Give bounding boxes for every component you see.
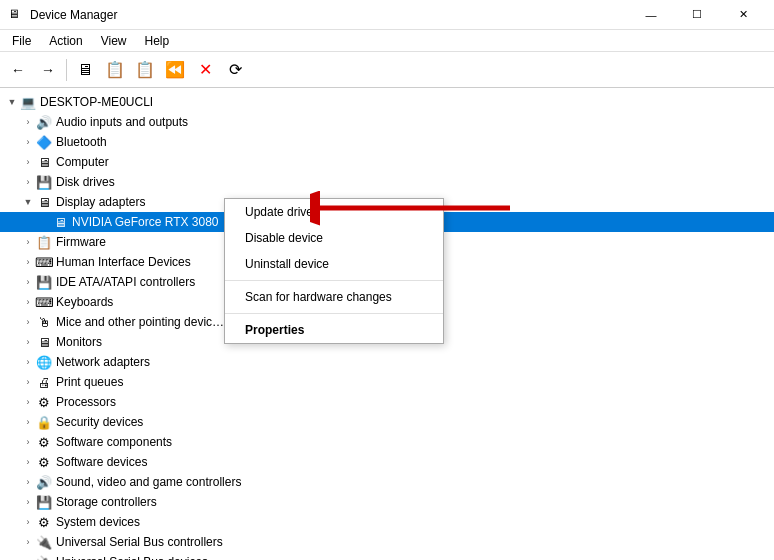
tree-item-sound[interactable]: › 🔊 Sound, video and game controllers — [0, 472, 774, 492]
label-ide: IDE ATA/ATAPI controllers — [56, 275, 195, 289]
expand-audio[interactable]: › — [20, 114, 36, 130]
expand-softdev[interactable]: › — [20, 454, 36, 470]
title-bar-left: 🖥 Device Manager — [8, 7, 117, 23]
icon-sound: 🔊 — [36, 474, 52, 490]
toolbar-back[interactable]: ← — [4, 56, 32, 84]
close-button[interactable]: ✕ — [720, 0, 766, 30]
toolbar-properties[interactable]: 📋 — [101, 56, 129, 84]
tree-item-storage[interactable]: › 💾 Storage controllers — [0, 492, 774, 512]
tree-item-disk[interactable]: › 💾 Disk drives — [0, 172, 774, 192]
label-storage: Storage controllers — [56, 495, 157, 509]
tree-item-usb1[interactable]: › 🔌 Universal Serial Bus controllers — [0, 532, 774, 552]
expand-processors[interactable]: › — [20, 394, 36, 410]
icon-hid: ⌨ — [36, 254, 52, 270]
icon-computer: 💻 — [20, 94, 36, 110]
ctx-disable-device[interactable]: Disable device — [225, 225, 443, 251]
icon-bluetooth: 🔷 — [36, 134, 52, 150]
icon-nvidia: 🖥 — [52, 214, 68, 230]
label-firmware: Firmware — [56, 235, 106, 249]
ctx-sep-2 — [225, 313, 443, 314]
icon-keyboards: ⌨ — [36, 294, 52, 310]
main-content: ▼ 💻 DESKTOP-ME0UCLI › 🔊 Audio inputs and… — [0, 88, 774, 560]
tree-item-usb2[interactable]: › 🔌 Universal Serial Bus devices — [0, 552, 774, 560]
label-processors: Processors — [56, 395, 116, 409]
icon-firmware: 📋 — [36, 234, 52, 250]
expand-disk[interactable]: › — [20, 174, 36, 190]
toolbar-scan[interactable]: ⟳ — [221, 56, 249, 84]
icon-display: 🖥 — [36, 194, 52, 210]
expand-softcomp[interactable]: › — [20, 434, 36, 450]
label-hid: Human Interface Devices — [56, 255, 191, 269]
icon-ide: 💾 — [36, 274, 52, 290]
toolbar-computer[interactable]: 🖥 — [71, 56, 99, 84]
expand-security[interactable]: › — [20, 414, 36, 430]
expand-sound[interactable]: › — [20, 474, 36, 490]
label-computer: Computer — [56, 155, 109, 169]
expand-print[interactable]: › — [20, 374, 36, 390]
toolbar-update[interactable]: 📋 — [131, 56, 159, 84]
app-icon: 🖥 — [8, 7, 24, 23]
icon-mice: 🖱 — [36, 314, 52, 330]
icon-storage: 💾 — [36, 494, 52, 510]
minimize-button[interactable]: — — [628, 0, 674, 30]
toolbar-forward[interactable]: → — [34, 56, 62, 84]
menu-view[interactable]: View — [93, 32, 135, 50]
ctx-uninstall-device[interactable]: Uninstall device — [225, 251, 443, 277]
tree-item-bluetooth[interactable]: › 🔷 Bluetooth — [0, 132, 774, 152]
icon-usb2: 🔌 — [36, 554, 52, 560]
tree-item-softdev[interactable]: › ⚙ Software devices — [0, 452, 774, 472]
expand-display[interactable]: ▼ — [20, 194, 36, 210]
label-audio: Audio inputs and outputs — [56, 115, 188, 129]
maximize-button[interactable]: ☐ — [674, 0, 720, 30]
label-sound: Sound, video and game controllers — [56, 475, 241, 489]
ctx-properties[interactable]: Properties — [225, 317, 443, 343]
toolbar-rollback[interactable]: ⏪ — [161, 56, 189, 84]
tree-item-network[interactable]: › 🌐 Network adapters — [0, 352, 774, 372]
expand-nvidia — [36, 214, 52, 230]
tree-item-computer[interactable]: › 🖥 Computer — [0, 152, 774, 172]
expand-usb2[interactable]: › — [20, 554, 36, 560]
label-nvidia: NVIDIA GeForce RTX 3080 — [72, 215, 219, 229]
label-mice: Mice and other pointing devic… — [56, 315, 224, 329]
ctx-update-driver[interactable]: Update driver — [225, 199, 443, 225]
icon-computer2: 🖥 — [36, 154, 52, 170]
expand-storage[interactable]: › — [20, 494, 36, 510]
tree-item-processors[interactable]: › ⚙ Processors — [0, 392, 774, 412]
label-display: Display adapters — [56, 195, 145, 209]
expand-usb1[interactable]: › — [20, 534, 36, 550]
tree-item-security[interactable]: › 🔒 Security devices — [0, 412, 774, 432]
menu-help[interactable]: Help — [137, 32, 178, 50]
icon-network: 🌐 — [36, 354, 52, 370]
label-softcomp: Software components — [56, 435, 172, 449]
label-disk: Disk drives — [56, 175, 115, 189]
tree-item-sysdev[interactable]: › ⚙ System devices — [0, 512, 774, 532]
menu-bar: File Action View Help — [0, 30, 774, 52]
icon-processors: ⚙ — [36, 394, 52, 410]
expand-bluetooth[interactable]: › — [20, 134, 36, 150]
label-network: Network adapters — [56, 355, 150, 369]
expand-mice[interactable]: › — [20, 314, 36, 330]
toolbar-uninstall[interactable]: ✕ — [191, 56, 219, 84]
expand-ide[interactable]: › — [20, 274, 36, 290]
ctx-scan-hardware[interactable]: Scan for hardware changes — [225, 284, 443, 310]
label-monitors: Monitors — [56, 335, 102, 349]
expand-root[interactable]: ▼ — [4, 94, 20, 110]
label-keyboards: Keyboards — [56, 295, 113, 309]
icon-softdev: ⚙ — [36, 454, 52, 470]
context-menu: Update driver Disable device Uninstall d… — [224, 198, 444, 344]
expand-firmware[interactable]: › — [20, 234, 36, 250]
toolbar-sep-1 — [66, 59, 67, 81]
menu-action[interactable]: Action — [41, 32, 90, 50]
tree-item-print[interactable]: › 🖨 Print queues — [0, 372, 774, 392]
icon-audio: 🔊 — [36, 114, 52, 130]
tree-item-audio[interactable]: › 🔊 Audio inputs and outputs — [0, 112, 774, 132]
tree-item-root[interactable]: ▼ 💻 DESKTOP-ME0UCLI — [0, 92, 774, 112]
expand-monitors[interactable]: › — [20, 334, 36, 350]
expand-sysdev[interactable]: › — [20, 514, 36, 530]
expand-network[interactable]: › — [20, 354, 36, 370]
icon-usb1: 🔌 — [36, 534, 52, 550]
expand-computer[interactable]: › — [20, 154, 36, 170]
ctx-sep-1 — [225, 280, 443, 281]
menu-file[interactable]: File — [4, 32, 39, 50]
tree-item-softcomp[interactable]: › ⚙ Software components — [0, 432, 774, 452]
